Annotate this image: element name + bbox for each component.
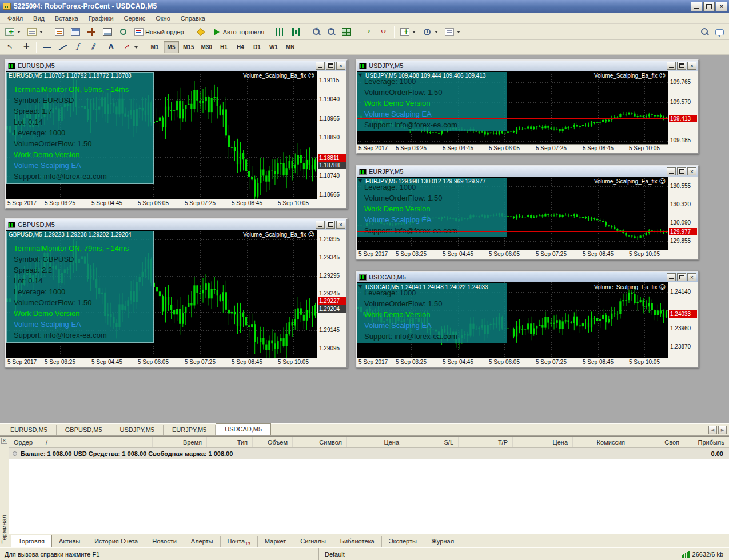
tile-windows-button[interactable]: [339, 25, 354, 39]
price-scale[interactable]: 1.293951.293451.292951.292451.291451.290…: [317, 230, 346, 358]
timeframe-w1[interactable]: W1: [266, 41, 281, 53]
crosshair-button[interactable]: [18, 41, 33, 54]
price-scale[interactable]: 109.765109.570109.185109.413: [668, 71, 698, 144]
timeframe-m1[interactable]: M1: [147, 41, 162, 53]
strategy-tester-button[interactable]: [116, 25, 130, 39]
time-scale[interactable]: 5 Sep 20175 Sep 03:255 Sep 04:455 Sep 06…: [357, 144, 668, 153]
terminal-tab-journal[interactable]: Журнал: [424, 536, 461, 547]
autotrading-button[interactable]: Авто-торговля: [209, 25, 268, 39]
column-header-11[interactable]: Своп: [630, 437, 684, 447]
chart-tab-gbpusd[interactable]: GBPUSD,M5: [57, 425, 111, 435]
chart-maximize-button[interactable]: [326, 62, 335, 70]
chart-plot-area[interactable]: Leverage: 1000VolumeOrderFlow: 1.50Work …: [357, 71, 668, 144]
terminal-tab-account-history[interactable]: История Счета: [87, 536, 145, 547]
new-order-button[interactable]: Новый ордер: [132, 25, 187, 39]
column-header-6[interactable]: Цена: [346, 437, 404, 447]
time-scale[interactable]: 5 Sep 20175 Sep 03:255 Sep 04:455 Sep 06…: [357, 358, 668, 367]
status-profile[interactable]: Default: [319, 548, 383, 560]
chart-close-button[interactable]: ×: [687, 167, 696, 175]
timeframe-d1[interactable]: D1: [249, 41, 265, 53]
timeframe-m15[interactable]: M15: [180, 41, 197, 53]
chart-window-titlebar[interactable]: GBPUSD,M5×: [6, 219, 346, 230]
fibonacci-button[interactable]: [71, 41, 86, 54]
cursor-button[interactable]: [2, 41, 17, 54]
price-scale[interactable]: 130.555130.320130.090129.855129.977: [668, 177, 698, 250]
chart-dropdown-arrow-icon[interactable]: ▼: [358, 284, 362, 289]
chart-plot-area[interactable]: TerminalMonitor ON, 59ms, ~14msSymbol: E…: [6, 71, 317, 199]
chart-dropdown-arrow-icon[interactable]: ▼: [358, 73, 362, 78]
chart-maximize-button[interactable]: [326, 221, 335, 229]
column-header-4[interactable]: Объем: [252, 437, 292, 447]
menu-file[interactable]: Файл: [2, 14, 28, 23]
chart-minimize-button[interactable]: [667, 273, 676, 281]
templates-button[interactable]: [442, 25, 463, 39]
auto-scroll-button[interactable]: [360, 25, 375, 39]
column-header-9[interactable]: Цена: [512, 437, 572, 447]
zoom-out-button[interactable]: [324, 25, 338, 39]
horizontal-line-button[interactable]: [39, 41, 54, 54]
menu-view[interactable]: Вид: [28, 14, 50, 23]
menu-tools[interactable]: Сервис: [119, 14, 151, 23]
column-header-8[interactable]: T/P: [458, 437, 512, 447]
chart-plot-area[interactable]: Leverage: 1000VolumeOrderFlow: 1.50Work …: [357, 177, 668, 250]
terminal-tab-market[interactable]: Маркет: [258, 536, 293, 547]
column-header-5[interactable]: Символ: [292, 437, 346, 447]
chart-close-button[interactable]: ×: [687, 62, 696, 70]
tab-scroll-left-icon[interactable]: ◀: [708, 426, 717, 434]
terminal-tab-signals[interactable]: Сигналы: [293, 536, 333, 547]
time-scale[interactable]: 5 Sep 20175 Sep 03:255 Sep 04:455 Sep 06…: [6, 199, 317, 208]
community-button[interactable]: [712, 25, 727, 39]
chart-plot-area[interactable]: TerminalMonitor ON, 79ms, ~14msSymbol: G…: [6, 230, 317, 358]
chart-maximize-button[interactable]: [677, 62, 686, 70]
column-header-2[interactable]: Время: [152, 437, 206, 447]
chart-plot-area[interactable]: Leverage: 1000VolumeOrderFlow: 1.50Work …: [357, 282, 668, 358]
chart-window-titlebar[interactable]: EURJPY,M5×: [357, 166, 698, 177]
chart-maximize-button[interactable]: [677, 167, 686, 175]
terminal-tab-experts[interactable]: Эксперты: [382, 536, 424, 547]
chart-candles-button[interactable]: [289, 25, 303, 39]
column-header-10[interactable]: Комиссия: [572, 437, 630, 447]
time-scale[interactable]: 5 Sep 20175 Sep 03:255 Sep 04:455 Sep 06…: [357, 250, 668, 259]
chart-tab-usdjpy[interactable]: USDJPY,M5: [111, 425, 164, 435]
timeframe-m30[interactable]: M30: [198, 41, 214, 53]
terminal-tab-library[interactable]: Библиотека: [333, 536, 382, 547]
chart-shift-button[interactable]: [376, 25, 391, 39]
menu-charts[interactable]: Графики: [83, 14, 119, 23]
chart-bars-button[interactable]: [273, 25, 288, 39]
text-label-button[interactable]: [103, 41, 118, 54]
market-watch-button[interactable]: [52, 25, 67, 39]
chart-minimize-button[interactable]: [316, 62, 325, 70]
chart-window-titlebar[interactable]: USDCAD,M5×: [357, 272, 698, 282]
data-window-button[interactable]: [68, 25, 83, 39]
chart-window-titlebar[interactable]: USDJPY,M5×: [357, 61, 698, 71]
terminal-tab-mailbox[interactable]: Почта13: [221, 536, 258, 547]
terminal-tab-news[interactable]: Новости: [145, 536, 184, 547]
timeframe-mn[interactable]: MN: [282, 41, 298, 53]
zoom-in-button[interactable]: [309, 25, 323, 39]
terminal-tab-exposure[interactable]: Активы: [52, 536, 87, 547]
timeframe-h4[interactable]: H4: [233, 41, 248, 53]
column-header-12[interactable]: Прибыль: [684, 437, 729, 447]
price-scale[interactable]: 1.191151.190401.189651.188901.187401.186…: [317, 71, 346, 199]
arrows-button[interactable]: [119, 41, 141, 54]
chart-minimize-button[interactable]: [667, 62, 676, 70]
chart-dropdown-arrow-icon[interactable]: ▼: [358, 178, 362, 183]
column-header-7[interactable]: S/L: [404, 437, 458, 447]
minimize-button[interactable]: [691, 2, 702, 11]
maximize-button[interactable]: [703, 2, 715, 11]
menu-window[interactable]: Окно: [150, 14, 176, 23]
column-header-3[interactable]: Тип: [206, 437, 252, 447]
orders-list-area[interactable]: [9, 459, 729, 534]
tab-scroll-right-icon[interactable]: ▶: [718, 426, 727, 434]
chart-close-button[interactable]: ×: [336, 62, 345, 70]
close-button[interactable]: ×: [716, 2, 727, 11]
chart-tab-eurjpy[interactable]: EURJPY,M5: [164, 425, 216, 435]
chart-close-button[interactable]: ×: [687, 273, 696, 281]
search-button[interactable]: [698, 25, 711, 39]
menu-insert[interactable]: Вставка: [50, 14, 83, 23]
new-chart-button[interactable]: [2, 25, 23, 39]
chart-tab-eurusd[interactable]: EURUSD,M5: [2, 425, 57, 435]
price-scale[interactable]: 1.241401.239601.238701.24033: [668, 282, 698, 358]
time-scale[interactable]: 5 Sep 20175 Sep 03:255 Sep 04:455 Sep 06…: [6, 358, 317, 367]
profiles-button[interactable]: [25, 25, 46, 39]
